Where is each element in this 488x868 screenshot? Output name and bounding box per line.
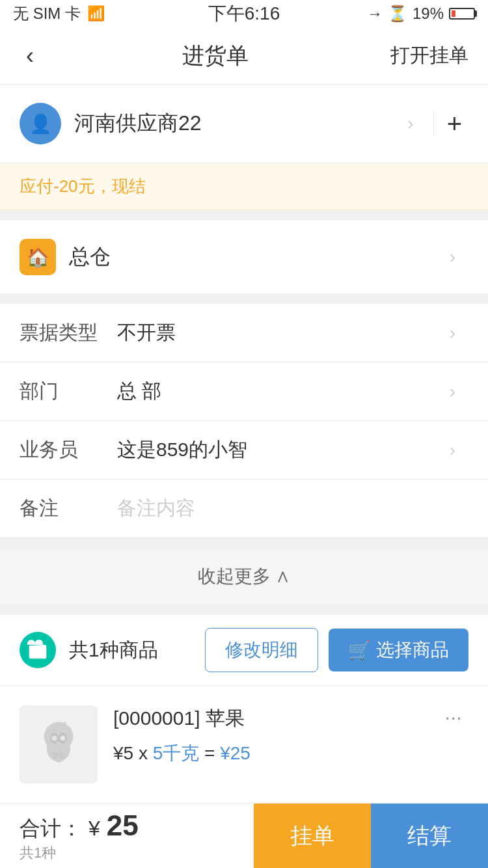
- location-icon: →: [367, 5, 383, 23]
- total-main: 合计： ¥ 25: [20, 809, 234, 843]
- modify-detail-button[interactable]: 修改明细: [205, 628, 318, 672]
- supplier-row: 👤 河南供应商22 › +: [0, 85, 488, 163]
- invoice-chevron-icon: ›: [450, 323, 455, 344]
- warehouse-name: 总仓: [69, 243, 450, 271]
- wifi-icon: 📶: [87, 5, 105, 22]
- dept-label: 部门: [20, 378, 104, 405]
- supplier-avatar: 👤: [20, 103, 61, 144]
- svg-point-3: [52, 735, 57, 740]
- price-qty: 5千克: [153, 743, 200, 763]
- price-total: ¥25: [220, 743, 251, 763]
- dept-row[interactable]: 部门 总 部 ›: [0, 362, 488, 421]
- hang-label: 挂单: [290, 821, 334, 851]
- products-header: 共1种商品 修改明细 🛒 选择商品: [0, 615, 488, 686]
- warehouse-chevron-icon: ›: [450, 247, 455, 267]
- status-bar: 无 SIM 卡 📶 下午6:16 → ⏳ 19%: [0, 0, 488, 27]
- notice-text: 应付-20元，现结: [20, 176, 146, 196]
- warehouse-icon: 🏠: [20, 239, 56, 275]
- invoice-type-label: 票据类型: [20, 319, 104, 346]
- price-base: ¥5 x: [113, 743, 153, 763]
- status-left: 无 SIM 卡 📶: [13, 3, 105, 24]
- warehouse-section[interactable]: 🏠 总仓 ›: [0, 221, 488, 293]
- salesman-label: 业务员: [20, 437, 104, 463]
- invoice-type-row[interactable]: 票据类型 不开票 ›: [0, 304, 488, 362]
- total-amount: 25: [107, 809, 139, 842]
- product-thumbnail: 督仓: [20, 705, 98, 783]
- product-item: 督仓 [0000001] 苹果 ¥5 x 5千克 = ¥25 ···: [0, 686, 488, 804]
- select-product-label: 选择商品: [376, 638, 449, 662]
- remark-label: 备注: [20, 495, 104, 522]
- nav-bar: ‹ 进货单 打开挂单: [0, 27, 488, 85]
- remark-input[interactable]: 备注内容: [117, 495, 468, 522]
- svg-point-4: [60, 735, 65, 740]
- dept-value: 总 部: [117, 378, 450, 405]
- supplier-section: 👤 河南供应商22 › + 应付-20元，现结: [0, 85, 488, 210]
- product-price: ¥5 x 5千克 = ¥25: [113, 741, 438, 766]
- total-label: 合计：: [20, 815, 82, 843]
- svg-text:督仓: 督仓: [52, 752, 65, 759]
- bottom-bar: 合计： ¥ 25 共1种 挂单 结算: [0, 803, 488, 868]
- product-info: [0000001] 苹果 ¥5 x 5千克 = ¥25: [113, 705, 438, 766]
- hang-button[interactable]: 挂单: [254, 804, 371, 868]
- total-sub: 共1种: [20, 843, 234, 863]
- cart-icon: 🛒: [348, 640, 371, 661]
- divider: [433, 111, 434, 137]
- carrier-text: 无 SIM 卡: [13, 3, 81, 24]
- notice-bar: 应付-20元，现结: [0, 163, 488, 210]
- warehouse-row[interactable]: 🏠 总仓 ›: [0, 221, 488, 293]
- checkout-label: 结算: [407, 821, 452, 851]
- form-section: 票据类型 不开票 › 部门 总 部 › 业务员 这是859的小智 › 备注 备注…: [0, 304, 488, 538]
- total-symbol: ¥: [88, 817, 100, 841]
- remark-row[interactable]: 备注 备注内容: [0, 480, 488, 538]
- salesman-row[interactable]: 业务员 这是859的小智 ›: [0, 421, 488, 480]
- open-pending-button[interactable]: 打开挂单: [390, 42, 468, 69]
- alarm-icon: ⏳: [388, 5, 407, 23]
- battery-text: 19%: [413, 5, 444, 23]
- collapse-label: 收起更多 ∧: [198, 564, 291, 589]
- select-product-button[interactable]: 🛒 选择商品: [329, 629, 468, 671]
- status-right: → ⏳ 19%: [367, 5, 475, 23]
- battery-icon: [449, 8, 475, 20]
- salesman-chevron-icon: ›: [450, 440, 455, 461]
- page-title: 进货单: [182, 41, 249, 71]
- collapse-button[interactable]: 收起更多 ∧: [0, 549, 488, 604]
- price-eq: =: [204, 743, 220, 763]
- product-name: [0000001] 苹果: [113, 705, 438, 732]
- chevron-right-icon: ›: [407, 113, 413, 134]
- back-button[interactable]: ‹: [20, 36, 40, 76]
- product-more-button[interactable]: ···: [438, 705, 468, 729]
- checkout-button[interactable]: 结算: [371, 804, 488, 868]
- salesman-value: 这是859的小智: [117, 437, 450, 463]
- add-button[interactable]: +: [441, 109, 468, 139]
- status-time: 下午6:16: [208, 1, 280, 26]
- total-section: 合计： ¥ 25 共1种: [0, 804, 254, 868]
- supplier-name: 河南供应商22: [74, 109, 407, 138]
- products-count: 共1种商品: [69, 637, 205, 664]
- dept-chevron-icon: ›: [450, 381, 455, 402]
- products-icon: [20, 632, 56, 668]
- invoice-type-value: 不开票: [117, 319, 450, 346]
